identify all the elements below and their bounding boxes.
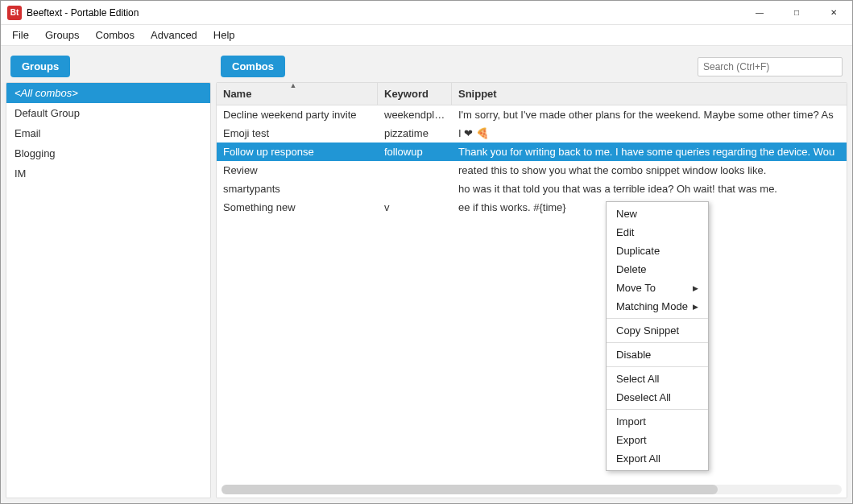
table-row[interactable]: Follow up response followup Thank you fo… xyxy=(217,143,847,161)
titlebar: Bt Beeftext - Portable Edition — □ ✕ xyxy=(1,1,852,25)
cell-name: Decline weekend party invite xyxy=(217,105,378,124)
cell-keyword xyxy=(378,180,452,198)
column-header-snippet[interactable]: Snippet xyxy=(452,83,847,105)
cell-name: smartypants xyxy=(217,180,378,198)
cell-snippet: I ❤ 🍕 xyxy=(452,124,847,143)
ctx-separator xyxy=(607,318,708,319)
groups-button[interactable]: Groups xyxy=(10,56,70,77)
ctx-import[interactable]: Import xyxy=(607,412,708,431)
ctx-matching-mode[interactable]: Matching Mode ▶ xyxy=(607,297,708,316)
table-row[interactable]: Decline weekend party invite weekendplan… xyxy=(217,105,847,124)
ctx-delete[interactable]: Delete xyxy=(607,260,708,279)
combos-button[interactable]: Combos xyxy=(221,56,285,77)
ctx-move-to-label: Move To xyxy=(616,282,656,294)
combo-list[interactable]: Decline weekend party invite weekendplan… xyxy=(217,105,847,498)
cell-name: Emoji test xyxy=(217,124,378,143)
minimize-button[interactable]: — xyxy=(741,1,778,25)
menu-advanced[interactable]: Advanced xyxy=(143,26,205,44)
cell-keyword: weekendplan xyxy=(378,105,452,124)
ctx-select-all[interactable]: Select All xyxy=(607,370,708,388)
ctx-export-all[interactable]: Export All xyxy=(607,449,708,468)
context-menu: New Edit Duplicate Delete Move To ▶ Matc… xyxy=(606,201,709,471)
groups-panel-header: Groups xyxy=(6,51,211,82)
content-area: Groups <All combos> Default Group Email … xyxy=(1,46,852,503)
ctx-export[interactable]: Export xyxy=(607,431,708,449)
cell-snippet: ho was it that told you that was a terri… xyxy=(452,180,847,198)
cell-name: Review xyxy=(217,161,378,180)
column-header-keyword[interactable]: Keyword xyxy=(378,83,452,105)
menu-groups[interactable]: Groups xyxy=(37,26,88,44)
ctx-duplicate[interactable]: Duplicate xyxy=(607,242,708,260)
cell-name: Something new xyxy=(217,198,378,217)
group-row-all-combos[interactable]: <All combos> xyxy=(6,83,210,103)
group-row-im[interactable]: IM xyxy=(6,163,210,184)
ctx-separator xyxy=(607,342,708,343)
ctx-disable[interactable]: Disable xyxy=(607,345,708,364)
combo-table-header: Name ▲ Keyword Snippet xyxy=(217,83,847,105)
groups-list[interactable]: <All combos> Default Group Email Bloggin… xyxy=(6,83,210,498)
table-row[interactable]: Something new v ee if this works. #{time… xyxy=(217,198,847,217)
horizontal-scrollbar[interactable] xyxy=(222,485,842,494)
ctx-new[interactable]: New xyxy=(607,204,708,223)
ctx-separator xyxy=(607,366,708,367)
column-header-name[interactable]: Name ▲ xyxy=(217,83,378,105)
ctx-separator xyxy=(607,409,708,410)
groups-panel: <All combos> Default Group Email Bloggin… xyxy=(6,82,211,498)
scrollbar-thumb[interactable] xyxy=(222,485,718,494)
cell-snippet: Thank you for writing back to me. I have… xyxy=(452,143,847,161)
ctx-matching-mode-label: Matching Mode xyxy=(616,300,688,312)
cell-snippet: reated this to show you what the combo s… xyxy=(452,161,847,180)
menu-help[interactable]: Help xyxy=(205,26,243,44)
close-button[interactable]: ✕ xyxy=(815,1,852,25)
ctx-copy-snippet[interactable]: Copy Snippet xyxy=(607,321,708,340)
chevron-right-icon: ▶ xyxy=(693,303,698,311)
group-row-blogging[interactable]: Blogging xyxy=(6,143,210,163)
table-row[interactable]: smartypants ho was it that told you that… xyxy=(217,180,847,198)
ctx-move-to[interactable]: Move To ▶ xyxy=(607,279,708,297)
menu-combos[interactable]: Combos xyxy=(88,26,143,44)
cell-keyword: pizzatime xyxy=(378,124,452,143)
cell-name: Follow up response xyxy=(217,143,378,161)
search-input[interactable] xyxy=(698,57,843,76)
combos-panel: Name ▲ Keyword Snippet Decline weekend p… xyxy=(216,82,847,498)
menubar: File Groups Combos Advanced Help xyxy=(1,25,852,46)
maximize-button[interactable]: □ xyxy=(778,1,815,25)
table-row[interactable]: Review reated this to show you what the … xyxy=(217,161,847,180)
combos-panel-header: Combos xyxy=(216,51,847,82)
group-row-email[interactable]: Email xyxy=(6,123,210,143)
sort-indicator-icon: ▲ xyxy=(290,82,297,89)
app-window: Bt Beeftext - Portable Edition — □ ✕ Fil… xyxy=(0,0,853,504)
ctx-edit[interactable]: Edit xyxy=(607,223,708,242)
column-header-name-label: Name xyxy=(223,88,251,100)
ctx-deselect-all[interactable]: Deselect All xyxy=(607,388,708,407)
menu-file[interactable]: File xyxy=(4,26,37,44)
group-row-default-group[interactable]: Default Group xyxy=(6,103,210,123)
table-row[interactable]: Emoji test pizzatime I ❤ 🍕 xyxy=(217,124,847,143)
window-controls: — □ ✕ xyxy=(741,1,852,25)
cell-snippet: I'm sorry, but I've made other plans for… xyxy=(452,105,847,124)
app-icon: Bt xyxy=(7,6,22,20)
chevron-right-icon: ▶ xyxy=(693,284,698,292)
cell-keyword: followup xyxy=(378,143,452,161)
cell-keyword xyxy=(378,161,452,180)
window-title: Beeftext - Portable Edition xyxy=(27,7,741,19)
cell-keyword: v xyxy=(378,198,452,217)
